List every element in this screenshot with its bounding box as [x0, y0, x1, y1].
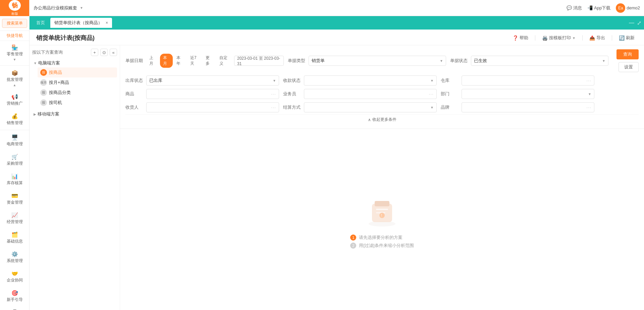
doc-type-input[interactable]: 销货单 ▼	[309, 56, 446, 66]
svg-rect-2	[375, 201, 389, 206]
header-right: 💬 消息 📲 App下载 Ea demo2	[567, 3, 640, 13]
tab-home-label: 首页	[36, 20, 45, 26]
goods-cell: 商品 ···	[125, 89, 279, 99]
search-menu-section: 搜索菜单	[0, 16, 29, 31]
receiver-input[interactable]: ···	[146, 102, 279, 112]
export-button[interactable]: 📤 导出	[587, 34, 608, 42]
empty-state: ! 1 请先选择要分析的方案 2 用[过滤]条件来缩小分析范围	[120, 129, 644, 310]
sidebar-item-marketing[interactable]: 📢 营销推广	[0, 90, 29, 110]
warehouse-input[interactable]: ···	[462, 75, 594, 86]
message-action[interactable]: 💬 消息	[567, 5, 582, 11]
scheme-by-driver[interactable]: 按 按司机	[38, 98, 117, 108]
scheme-category-icon: 按	[40, 89, 47, 96]
department-input[interactable]: ▼	[462, 89, 594, 99]
scheme-by-month-goods[interactable]: 按月 按月+商品	[38, 78, 117, 88]
sidebar-item-wholesale[interactable]: 📦 批发管理 ▲	[0, 66, 29, 90]
pc-scheme-parent[interactable]: ▼ 电脑端方案	[32, 59, 117, 67]
tab-close-icon[interactable]: ×	[106, 20, 108, 25]
mobile-tree-arrow: ▶	[34, 112, 36, 116]
marketing-icon: 📢	[11, 94, 18, 100]
refresh-button[interactable]: 🔄 刷新	[616, 34, 637, 42]
salesperson-input[interactable]: ···	[304, 89, 437, 99]
sidebar-item-cooperation[interactable]: 🤝 企业协同	[0, 267, 29, 287]
date-tab-7days[interactable]: 近7天	[187, 54, 202, 68]
user-menu[interactable]: Ea demo2	[616, 3, 640, 13]
left-panel-icons: + ⊙ «	[91, 49, 117, 56]
tab-minimize-icon[interactable]: —	[629, 20, 634, 26]
receiver-cell: 收货人 ···	[125, 102, 279, 112]
department-label: 部门	[441, 91, 460, 97]
date-tab-custom[interactable]: 自定义	[216, 54, 233, 68]
scheme-driver-icon: 按	[40, 99, 47, 106]
edit-scheme-button[interactable]: ⊙	[100, 49, 108, 56]
system-icon: ⚙️	[11, 251, 18, 257]
mobile-scheme-group: ▶ 移动端方案	[32, 110, 117, 118]
settlement-cell: 结算方式 ▼	[283, 102, 437, 112]
sidebar: 畅 标版 搜索菜单 快捷导航 🏪 零售管理 ▼ 📦 批发管理 ▲ 📢 营销推广 …	[0, 0, 30, 310]
hint-2-number: 2	[350, 243, 356, 249]
doc-status-value: 已生效	[474, 58, 487, 64]
svg-text:!: !	[381, 214, 382, 217]
date-filter-control: 上月 本月 本年 近7天 更多 自定义 2023-03-01 至 2023-03…	[146, 54, 284, 68]
app-download-action[interactable]: 📲 App下载	[587, 5, 610, 11]
collapse-bar[interactable]: ∧ 收起更多条件	[125, 114, 639, 124]
date-range-display[interactable]: 2023-03-01 至 2023-03-31	[234, 56, 284, 66]
date-tab-last-month[interactable]: 上月	[146, 54, 159, 68]
query-button[interactable]: 查询	[616, 49, 639, 59]
collapse-panel-button[interactable]: «	[110, 49, 117, 56]
tab-expand-icon[interactable]: ⤢	[637, 20, 641, 26]
doc-status-input[interactable]: 已生效 ▼	[471, 56, 608, 66]
date-tab-this-month[interactable]: 本月	[160, 54, 173, 68]
salesperson-label: 业务员	[283, 91, 302, 97]
divider2	[0, 130, 29, 130]
divider3	[535, 35, 535, 41]
goods-input[interactable]: ···	[146, 89, 279, 99]
pc-scheme-group: ▼ 电脑端方案 按 按商品 按月 按月+商品 按	[32, 59, 117, 108]
warehouse-out-input[interactable]: 已出库 ▼	[146, 75, 279, 86]
retail-icon: 🏪	[11, 44, 18, 51]
scheme-by-goods[interactable]: 按 按商品	[38, 67, 117, 78]
finance-icon: 💳	[11, 193, 18, 199]
tab-home[interactable]: 首页	[32, 18, 49, 28]
sidebar-item-operations[interactable]: 📈 经营管理	[0, 209, 29, 228]
divider4	[582, 35, 583, 41]
payment-status-input[interactable]: ▼	[304, 75, 437, 86]
help-button[interactable]: ❓ 帮助	[510, 34, 531, 42]
add-scheme-button[interactable]: +	[91, 49, 98, 56]
message-icon: 💬	[567, 5, 572, 10]
sidebar-item-purchase[interactable]: 🛒 采购管理	[0, 150, 29, 170]
date-tab-more[interactable]: 更多	[203, 54, 216, 68]
sidebar-item-basic[interactable]: 🗂️ 基础信息	[0, 228, 29, 248]
sidebar-item-ecom[interactable]: 🖥️ 电商管理	[0, 131, 29, 150]
settlement-input[interactable]: ▼	[304, 102, 437, 112]
sidebar-item-finance[interactable]: 💳 资金管理	[0, 189, 29, 209]
sidebar-item-newbie[interactable]: 🎯 新手引导	[0, 287, 29, 306]
settings-button[interactable]: 设置	[619, 62, 639, 72]
logo-icon: 畅	[9, 0, 21, 11]
export-icon: 📤	[589, 35, 595, 41]
header-left: 办公用品行业模拟账套 ▼	[34, 5, 83, 11]
top-header: 办公用品行业模拟账套 ▼ 💬 消息 📲 App下载 Ea demo2	[30, 0, 644, 16]
sidebar-item-appcenter[interactable]: 📱 应用中心	[0, 306, 29, 310]
app-dropdown-arrow[interactable]: ▼	[80, 6, 83, 10]
tab-sales-stat[interactable]: 销货单统计表（按商品） ×	[50, 18, 112, 28]
sidebar-item-inventory[interactable]: 📊 库存核算	[0, 170, 29, 189]
settlement-arrow: ▼	[430, 106, 434, 109]
receiver-dots: ···	[271, 105, 276, 110]
brand-input[interactable]: ···	[462, 102, 594, 112]
search-menu-button[interactable]: 搜索菜单	[2, 19, 27, 28]
brand-dots: ···	[586, 105, 591, 110]
app-logo[interactable]: 畅 标版	[0, 0, 29, 16]
inventory-icon: 📊	[11, 173, 18, 179]
user-name: demo2	[627, 5, 640, 10]
doc-type-filter-cell: 单据类型 销货单 ▼	[288, 56, 446, 66]
quick-nav-button[interactable]: 快捷导航	[0, 31, 29, 41]
date-tab-this-year[interactable]: 本年	[173, 54, 186, 68]
scheme-by-category[interactable]: 按 按商品分类	[38, 88, 117, 98]
sidebar-item-retail[interactable]: 🏪 零售管理 ▼	[0, 41, 29, 65]
mobile-scheme-parent[interactable]: ▶ 移动端方案	[32, 110, 117, 118]
date-filter-cell: 单据日期 上月 本月 本年 近7天 更多 自定义 20	[125, 54, 284, 68]
print-button[interactable]: 🖨️ 按模板打印 ▼	[539, 34, 578, 42]
sidebar-item-sales[interactable]: 💰 销售管理	[0, 110, 29, 129]
sidebar-item-system[interactable]: ⚙️ 系统管理	[0, 248, 29, 267]
